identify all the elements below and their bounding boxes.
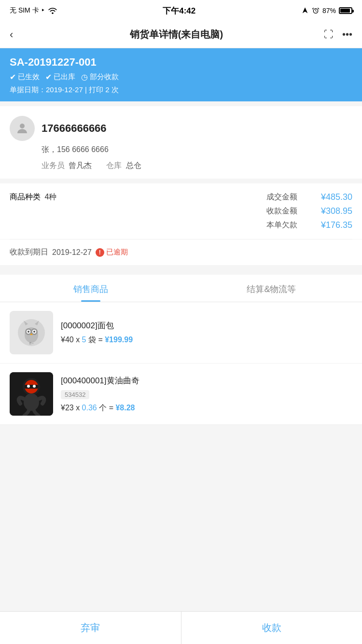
order-meta: 单据日期：2019-12-27 | 打印 2 次: [10, 85, 352, 95]
stats-section: 商品种类 4种 成交金额 ¥485.30 收款金额 ¥308.95 本单欠款 ¥…: [0, 183, 362, 239]
check-icon-2: ✔: [45, 72, 52, 82]
due-date-value: 2019-12-27: [52, 248, 92, 257]
total-1: ¥199.99: [105, 336, 133, 344]
category-value: 4种: [44, 193, 56, 201]
tab-settlement[interactable]: 结算&物流等: [181, 275, 362, 302]
reject-button[interactable]: 弃审: [0, 612, 181, 644]
carrier-text: 无 SIM 卡 ‣: [10, 6, 57, 15]
nav-actions: ⛶ •••: [324, 29, 352, 40]
salesrep-info: 业务员 曾凡杰: [42, 161, 92, 171]
tab-products[interactable]: 销售商品: [0, 275, 181, 302]
total-2: ¥8.28: [115, 404, 135, 412]
section-divider-1: [0, 179, 362, 183]
status-bar: 无 SIM 卡 ‣ 下午4:42 87%: [0, 0, 362, 21]
price-unit-2: ¥23: [61, 404, 74, 412]
more-icon[interactable]: •••: [342, 29, 352, 40]
product-name-2: [000400001]黄油曲奇: [61, 375, 352, 386]
tabs-section: 销售商品 结算&物流等: [0, 275, 362, 302]
battery-text: 87%: [322, 7, 336, 14]
owed-amount-row: 本单欠款 ¥176.35: [266, 220, 352, 230]
page-title: 销货单详情(来自电脑): [29, 28, 324, 41]
order-header: SA-20191227-001 ✔ 已生效 ✔ 已出库 ◷ 部分收款 单据日期：…: [0, 48, 362, 101]
order-badges: ✔ 已生效 ✔ 已出库 ◷ 部分收款: [10, 72, 352, 82]
due-date-section: 收款到期日 2019-12-27 ! 已逾期: [0, 239, 362, 265]
product-sku-2: 534532: [61, 390, 89, 399]
svg-rect-17: [25, 385, 38, 389]
customer-details: 业务员 曾凡杰 仓库 总仓: [42, 161, 352, 171]
received-value: ¥308.95: [309, 206, 352, 216]
product-image-placeholder-1: 兽+: [17, 318, 46, 347]
owed-label: 本单欠款: [266, 220, 297, 230]
stats-category: 商品种类 4种: [10, 192, 56, 202]
product-info-2: [000400001]黄油曲奇 534532 ¥23 x 0.36 个 = ¥8…: [61, 375, 352, 413]
badge-shipped: ✔ 已出库: [45, 72, 75, 82]
status-time: 下午4:42: [163, 5, 195, 16]
unit-1: 袋: [88, 336, 96, 344]
product-price-1: ¥40 x 5 袋 = ¥199.99: [61, 335, 352, 345]
stats-amounts: 成交金额 ¥485.30 收款金额 ¥308.95 本单欠款 ¥176.35: [266, 192, 352, 230]
deal-value: ¥485.30: [309, 192, 352, 202]
customer-id: 17666666666: [42, 122, 107, 135]
section-divider-2: [0, 265, 362, 270]
svg-text:兽+: 兽+: [29, 342, 34, 345]
received-label: 收款金额: [266, 206, 297, 216]
product-item-1: 兽+ [0000002]面包 ¥40 x 5 袋 = ¥199.99: [0, 302, 362, 364]
owed-value: ¥176.35: [309, 220, 352, 230]
product-item-2: [000400001]黄油曲奇 534532 ¥23 x 0.36 个 = ¥8…: [0, 364, 362, 425]
svg-point-19: [33, 385, 36, 388]
avatar: [10, 116, 35, 141]
badge-effective: ✔ 已生效: [10, 72, 40, 82]
back-button[interactable]: ‹: [10, 28, 29, 41]
overdue-dot-icon: !: [96, 248, 104, 257]
status-right: 87%: [301, 7, 352, 14]
received-amount-row: 收款金额 ¥308.95: [266, 206, 352, 216]
qty-1: 5: [82, 336, 86, 344]
price-unit-1: ¥40: [61, 336, 74, 344]
category-label: 商品种类: [10, 193, 41, 201]
wifi-icon: [48, 7, 57, 14]
svg-point-8: [28, 331, 29, 333]
svg-point-18: [27, 385, 30, 388]
deal-amount-row: 成交金额 ¥485.30: [266, 192, 352, 202]
svg-point-9: [33, 331, 35, 333]
customer-contact: 张，156 6666 6666: [42, 145, 352, 155]
battery-icon: [339, 7, 352, 14]
product-info-1: [0000002]面包 ¥40 x 5 袋 = ¥199.99: [61, 320, 352, 345]
unit-2: 个: [99, 404, 107, 412]
badge-partial: ◷ 部分收款: [81, 72, 119, 82]
product-name-1: [0000002]面包: [61, 320, 352, 331]
location-icon: [301, 7, 309, 14]
check-icon-1: ✔: [10, 72, 16, 82]
collect-button[interactable]: 收款: [181, 612, 362, 644]
deal-label: 成交金额: [266, 192, 297, 202]
bottom-bar: 弃审 收款: [0, 611, 362, 644]
product-image-2: [10, 372, 53, 416]
products-section: 兽+ [0000002]面包 ¥40 x 5 袋 = ¥199.99: [0, 302, 362, 425]
clock-icon: ◷: [81, 72, 88, 82]
person-icon: [15, 121, 29, 136]
due-date-label: 收款到期日: [10, 247, 48, 257]
product-thumb-1: 兽+: [10, 311, 53, 354]
order-id: SA-20191227-001: [10, 56, 352, 69]
warehouse-info: 仓库 总仓: [106, 161, 141, 171]
overdue-badge: ! 已逾期: [96, 248, 128, 257]
nav-bar: ‹ 销货单详情(来自电脑) ⛶ •••: [0, 21, 362, 48]
svg-point-1: [20, 124, 25, 128]
alarm-icon: [312, 7, 320, 14]
product-thumb-2: [10, 372, 53, 416]
qty-2: 0.36: [82, 404, 97, 412]
svg-point-20: [24, 393, 39, 411]
customer-section: 17666666666 张，156 6666 6666 业务员 曾凡杰 仓库 总…: [0, 106, 362, 179]
share-icon[interactable]: ⛶: [324, 29, 334, 40]
customer-row: 17666666666: [10, 116, 352, 141]
bottom-spacer: [0, 425, 362, 463]
product-price-2: ¥23 x 0.36 个 = ¥8.28: [61, 403, 352, 413]
